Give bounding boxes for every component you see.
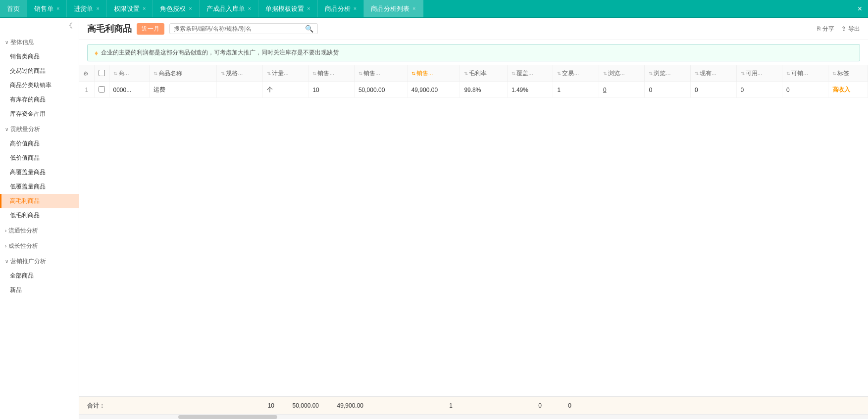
- nav-sales-order[interactable]: 销售单 ×: [27, 0, 67, 17]
- cell-browse1[interactable]: 0: [599, 82, 645, 98]
- header-actions: ⎘ 分享 ⇪ 导出: [817, 25, 860, 33]
- sidebar-item-sales-goods[interactable]: 销售类商品: [0, 49, 79, 64]
- row-checkbox-cell[interactable]: [94, 82, 109, 98]
- close-all-button[interactable]: ×: [852, 4, 868, 13]
- table-row: 1 0000... 运费 个 10 50,000.00 49,900.00 99…: [79, 82, 868, 98]
- col-unit[interactable]: ⇅计量...: [262, 65, 308, 82]
- col-sellable[interactable]: ⇅可销...: [782, 65, 828, 82]
- col-available[interactable]: ⇅可用...: [736, 65, 782, 82]
- nav-product-inbound[interactable]: 产成品入库单 ×: [200, 0, 258, 17]
- page-title: 高毛利商品: [87, 23, 132, 35]
- period-button[interactable]: 近一月: [137, 23, 164, 35]
- scrollbar-thumb: [178, 415, 277, 419]
- footer-transaction: 1: [427, 402, 457, 409]
- sidebar: 《 ∨ 整体信息 销售类商品 交易过的商品 商品分类助销率 有库存的商品 库存资…: [0, 18, 79, 419]
- row-checkbox[interactable]: [99, 86, 105, 93]
- sidebar-item-traded-goods[interactable]: 交易过的商品: [0, 64, 79, 78]
- cell-sales-qty: 10: [308, 82, 355, 98]
- search-input[interactable]: [174, 25, 305, 32]
- col-browse2[interactable]: ⇅浏览...: [645, 65, 691, 82]
- chevron-right-icon: ›: [5, 243, 6, 249]
- export-button[interactable]: ⇪ 导出: [841, 25, 860, 33]
- content-area: 高毛利商品 近一月 🔍 ⎘ 分享 ⇪ 导出 ♦ 企业的主要的利润都是这部分商品创…: [79, 18, 868, 419]
- footer-area: 合计： 10 50,000.00 49,900.00 1 0 0: [79, 396, 868, 419]
- sidebar-group-liquidity[interactable]: › 流通性分析: [0, 223, 79, 238]
- sidebar-item-low-margin[interactable]: 低毛利商品: [0, 208, 79, 223]
- sidebar-group-contribution-items: 高价值商品 低价值商品 高覆盖量商品 低覆盖量商品 高毛利商品 低毛利商品: [0, 137, 79, 223]
- sidebar-item-high-value[interactable]: 高价值商品: [0, 137, 79, 151]
- cell-sales-profit: 49,900.00: [407, 82, 460, 98]
- nav-purchase[interactable]: 进货单 ×: [67, 0, 106, 17]
- info-banner-text: 企业的主要的利润都是这部分商品创造的，可考虑加大推广，同时关注库存是不要出现缺货: [101, 48, 339, 57]
- sidebar-group-overall-items: 销售类商品 交易过的商品 商品分类助销率 有库存的商品 库存资金占用: [0, 49, 79, 121]
- chevron-down-icon: ∨: [5, 40, 8, 45]
- col-spec[interactable]: ⇅规格...: [217, 65, 263, 82]
- export-icon: ⇪: [841, 25, 846, 32]
- sidebar-item-high-coverage[interactable]: 高覆盖量商品: [0, 165, 79, 180]
- cell-name: 运费: [149, 82, 216, 98]
- footer-sales-amount: 50,000.00: [278, 402, 323, 409]
- close-icon[interactable]: ×: [354, 6, 357, 11]
- sidebar-item-stock-capital[interactable]: 库存资金占用: [0, 107, 79, 121]
- horizontal-scrollbar[interactable]: [79, 414, 868, 419]
- cell-sales-amount: 50,000.00: [354, 82, 407, 98]
- col-checkbox[interactable]: [94, 65, 109, 82]
- col-sales-profit[interactable]: ⇅销售...: [407, 65, 460, 82]
- col-sales-qty[interactable]: ⇅销售...: [308, 65, 355, 82]
- close-icon[interactable]: ×: [143, 6, 146, 11]
- footer-current-stock: 0: [516, 402, 546, 409]
- col-current-stock[interactable]: ⇅现有...: [690, 65, 736, 82]
- sidebar-item-low-coverage[interactable]: 低覆盖量商品: [0, 180, 79, 194]
- close-icon[interactable]: ×: [248, 6, 251, 11]
- close-icon[interactable]: ×: [189, 6, 192, 11]
- col-settings[interactable]: ⚙: [79, 65, 94, 82]
- sidebar-group-overall[interactable]: ∨ 整体信息: [0, 34, 79, 49]
- top-nav: 首页 销售单 × 进货单 × 权限设置 × 角色授权 × 产成品入库单 × 单据…: [0, 0, 868, 18]
- select-all-checkbox[interactable]: [99, 70, 105, 76]
- cell-current-stock: 0: [690, 82, 736, 98]
- col-name[interactable]: ⇅商品名称: [149, 65, 216, 82]
- sidebar-item-all-goods[interactable]: 全部商品: [0, 269, 79, 283]
- close-icon[interactable]: ×: [412, 6, 415, 11]
- col-browse1[interactable]: ⇅浏览...: [599, 65, 645, 82]
- chevron-right-icon: ›: [5, 228, 6, 233]
- nav-permissions[interactable]: 权限设置 ×: [107, 0, 153, 17]
- main-layout: 《 ∨ 整体信息 销售类商品 交易过的商品 商品分类助销率 有库存的商品 库存资…: [0, 18, 868, 419]
- share-icon: ⎘: [817, 25, 820, 32]
- sidebar-item-in-stock[interactable]: 有库存的商品: [0, 93, 79, 107]
- close-icon[interactable]: ×: [96, 6, 99, 11]
- col-code[interactable]: ⇅商...: [109, 65, 149, 82]
- col-coverage[interactable]: ⇅覆盖...: [507, 65, 553, 82]
- nav-role-auth[interactable]: 角色授权 ×: [153, 0, 199, 17]
- cell-spec: [217, 82, 263, 98]
- product-table: ⚙ ⇅商... ⇅商品名称 ⇅规格... ⇅计量... ⇅销售... ⇅销售..…: [79, 65, 868, 98]
- sidebar-item-new-goods[interactable]: 新品: [0, 283, 79, 297]
- info-icon: ♦: [95, 49, 98, 57]
- nav-template-settings[interactable]: 单据模板设置 ×: [258, 0, 317, 17]
- sidebar-collapse-button[interactable]: 《: [63, 21, 75, 31]
- chevron-down-icon: ∨: [5, 127, 8, 132]
- sidebar-group-growth[interactable]: › 成长性分析: [0, 238, 79, 253]
- sidebar-item-low-value[interactable]: 低价值商品: [0, 151, 79, 165]
- share-button[interactable]: ⎘ 分享: [817, 25, 834, 33]
- nav-home[interactable]: 首页: [0, 0, 27, 17]
- sidebar-group-contribution[interactable]: ∨ 贡献量分析: [0, 121, 79, 137]
- sidebar-group-marketing-items: 全部商品 新品: [0, 269, 79, 297]
- sidebar-item-high-margin[interactable]: 高毛利商品: [0, 194, 79, 208]
- sidebar-item-category-rate[interactable]: 商品分类助销率: [0, 78, 79, 93]
- footer-sales-profit: 49,900.00: [323, 402, 367, 409]
- table-container[interactable]: ⚙ ⇅商... ⇅商品名称 ⇅规格... ⇅计量... ⇅销售... ⇅销售..…: [79, 65, 868, 396]
- close-icon[interactable]: ×: [307, 6, 310, 11]
- nav-product-analysis-list[interactable]: 商品分析列表 ×: [364, 0, 423, 17]
- close-icon[interactable]: ×: [56, 6, 59, 11]
- nav-product-analysis[interactable]: 商品分析 ×: [318, 0, 364, 17]
- col-sales-amount[interactable]: ⇅销售...: [354, 65, 407, 82]
- cell-gross-margin: 99.8%: [460, 82, 508, 98]
- col-tag[interactable]: ⇅标签: [828, 65, 868, 82]
- sidebar-group-marketing[interactable]: ∨ 营销推广分析: [0, 253, 79, 269]
- cell-coverage: 1.49%: [507, 82, 553, 98]
- col-gross-margin[interactable]: ⇅毛利率: [460, 65, 508, 82]
- col-transaction[interactable]: ⇅交易...: [553, 65, 599, 82]
- settings-icon: ⚙: [83, 70, 89, 77]
- search-icon[interactable]: 🔍: [305, 25, 313, 33]
